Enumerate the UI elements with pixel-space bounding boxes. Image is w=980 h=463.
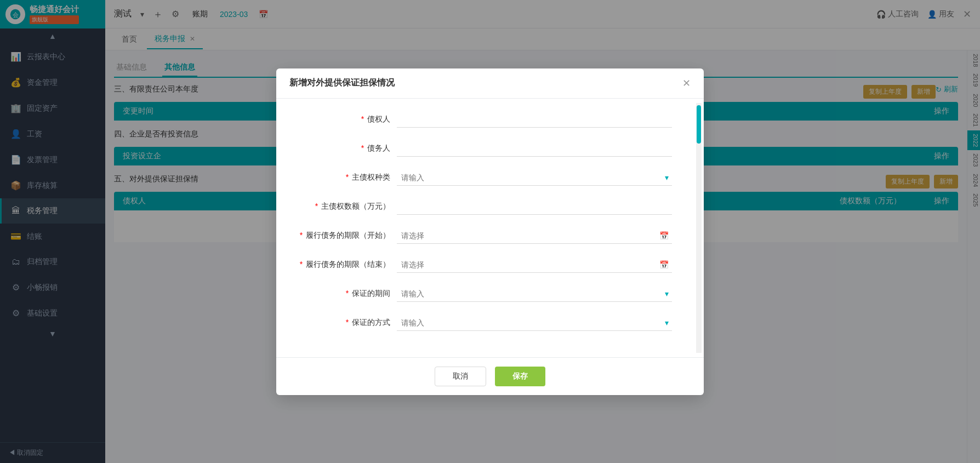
credit-type-dropdown-icon[interactable]: ▾ [662,173,672,182]
dialog-scroll-thumb [697,105,701,144]
dialog-header: 新增对外提供保证担保情况 ✕ [276,68,704,99]
dialog-overlay: 新增对外提供保证担保情况 ✕ * 债权人 * 债务人 [0,0,980,463]
debt-end-date-wrap[interactable]: 📅 [397,257,672,273]
form-row-creditor: * 债权人 [298,112,672,128]
debt-start-date-wrap[interactable]: 📅 [397,228,672,244]
debt-end-calendar-icon[interactable]: 📅 [656,260,672,269]
credit-amount-input[interactable] [397,199,672,215]
debt-start-calendar-icon[interactable]: 📅 [656,231,672,240]
creditor-input[interactable] [397,112,672,128]
credit-type-select-wrap[interactable]: ▾ [397,170,672,186]
guarantee-method-dropdown-icon[interactable]: ▾ [662,318,672,327]
credit-amount-label: * 主债权数额（万元） [298,202,397,212]
debt-end-input[interactable] [397,257,656,272]
dialog-close-button[interactable]: ✕ [682,77,691,89]
guarantee-period-label: * 保证的期间 [298,289,397,299]
form-row-debt-end: * 履行债务的期限（结束） 📅 [298,257,672,273]
form-row-guarantee-period: * 保证的期间 ▾ [298,286,672,302]
form-row-debtor: * 债务人 [298,141,672,157]
guarantee-period-select-wrap[interactable]: ▾ [397,286,672,302]
form-row-credit-amount: * 主债权数额（万元） [298,199,672,215]
debt-end-label: * 履行债务的期限（结束） [298,260,397,270]
credit-type-label: * 主债权种类 [298,173,397,182]
form-row-guarantee-method: * 保证的方式 ▾ [298,315,672,331]
dialog-body: * 债权人 * 债务人 * 主债权种 [276,99,694,357]
form-row-debt-start: * 履行债务的期限（开始） 📅 [298,228,672,244]
guarantee-method-label: * 保证的方式 [298,318,397,328]
dialog: 新增对外提供保证担保情况 ✕ * 债权人 * 债务人 [276,68,704,395]
cancel-button[interactable]: 取消 [435,367,486,386]
save-button[interactable]: 保存 [495,367,545,386]
guarantee-period-input[interactable] [397,286,662,301]
dialog-title: 新增对外提供保证担保情况 [289,77,395,89]
guarantee-method-input[interactable] [397,315,662,330]
guarantee-method-select-wrap[interactable]: ▾ [397,315,672,331]
required-star: * [361,115,364,123]
credit-type-input[interactable] [397,170,662,185]
creditor-label: * 债权人 [298,115,397,124]
debt-start-label: * 履行债务的期限（开始） [298,231,397,241]
form-row-credit-type: * 主债权种类 ▾ [298,170,672,186]
dialog-footer: 取消 保存 [276,357,704,395]
debtor-input[interactable] [397,141,672,157]
dialog-scrollbar[interactable] [696,103,702,353]
debt-start-input[interactable] [397,228,656,243]
guarantee-period-dropdown-icon[interactable]: ▾ [662,289,672,298]
debtor-label: * 债务人 [298,144,397,153]
